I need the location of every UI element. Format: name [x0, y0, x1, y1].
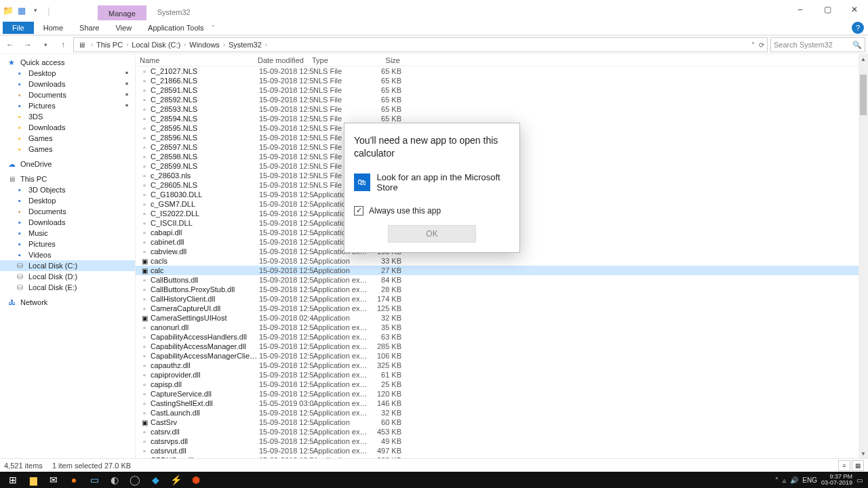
- col-name[interactable]: Name: [140, 56, 258, 64]
- address-bar[interactable]: 🖥 › This PC › Local Disk (C:) › Windows …: [73, 37, 768, 52]
- file-row[interactable]: ▫CallHistoryClient.dll15-09-2018 12:58 .…: [136, 294, 868, 304]
- sidebar-item[interactable]: ▪Pictures✦: [0, 100, 135, 111]
- always-use-row[interactable]: ✓ Always use this app: [354, 206, 510, 216]
- start-button[interactable]: ⊞: [3, 472, 23, 488]
- taskbar-explorer-icon[interactable]: ▆: [23, 472, 43, 488]
- sidebar-thispc[interactable]: 🖥 This PC: [0, 174, 135, 184]
- file-row[interactable]: ▣cacls15-09-2018 12:58 ...Application33 …: [136, 256, 868, 266]
- refresh-icon[interactable]: ⟳: [759, 41, 764, 49]
- file-row[interactable]: ▫CallButtons.ProxyStub.dll15-09-2018 12:…: [136, 285, 868, 294]
- context-tab-manage[interactable]: Manage: [98, 5, 146, 20]
- tray-lang[interactable]: ENG: [802, 476, 817, 484]
- sidebar-item[interactable]: ▪3DS: [0, 111, 135, 122]
- taskbar-notes-icon[interactable]: ▭: [84, 472, 104, 488]
- file-row[interactable]: ▫C_21027.NLS15-09-2018 12:58 ...NLS File…: [136, 66, 868, 76]
- file-row[interactable]: ▫capisp.dll15-09-2018 12:58 ...Applicati…: [136, 380, 868, 389]
- col-type[interactable]: Type: [312, 56, 366, 64]
- nav-back-button[interactable]: ←: [3, 37, 18, 52]
- file-row[interactable]: ▫CastingShellExt.dll15-05-2019 03:03 ...…: [136, 399, 868, 408]
- file-row[interactable]: ▣CameraSettingsUIHost15-09-2018 02:41 ..…: [136, 313, 868, 323]
- col-size[interactable]: Size: [366, 56, 400, 64]
- file-row[interactable]: ▫canonurl.dll15-09-2018 12:58 ...Applica…: [136, 323, 868, 332]
- sidebar-item[interactable]: ▪Documents: [0, 206, 135, 217]
- file-row[interactable]: ▣calc15-09-2018 12:58 ...Application27 K…: [136, 266, 868, 275]
- help-icon[interactable]: ?: [852, 22, 864, 34]
- properties-icon[interactable]: ▦: [16, 5, 27, 16]
- view-large-icon[interactable]: ▦: [852, 460, 864, 471]
- sidebar-item[interactable]: ▪Music: [0, 228, 135, 239]
- file-row[interactable]: ▫C_21866.NLS15-09-2018 12:58 ...NLS File…: [136, 76, 868, 85]
- sidebar-item[interactable]: ▪3D Objects: [0, 184, 135, 195]
- ribbon-tab-view[interactable]: View: [107, 22, 140, 34]
- scroll-down-icon[interactable]: ▼: [859, 449, 868, 458]
- sidebar-item[interactable]: ⛁Local Disk (C:): [0, 260, 135, 271]
- file-row[interactable]: ▫catsrv.dll15-09-2018 12:58 ...Applicati…: [136, 427, 868, 436]
- file-row[interactable]: ▫C_28592.NLS15-09-2018 12:58 ...NLS File…: [136, 95, 868, 104]
- tray-network-icon[interactable]: ▵: [783, 476, 786, 484]
- sidebar-quick-access[interactable]: ★ Quick access: [0, 57, 135, 68]
- file-row[interactable]: ▫CameraCaptureUI.dll15-09-2018 12:58 ...…: [136, 304, 868, 313]
- ribbon-tab-home[interactable]: Home: [35, 22, 71, 34]
- file-row[interactable]: ▫C_28593.NLS15-09-2018 12:58 ...NLS File…: [136, 104, 868, 114]
- scrollbar[interactable]: ▲ ▼: [859, 54, 868, 458]
- crumb-thispc[interactable]: This PC: [95, 41, 124, 49]
- sidebar-item[interactable]: ▪Pictures: [0, 239, 135, 249]
- file-row[interactable]: ▣CastSrv15-09-2018 12:59 ...Application6…: [136, 418, 868, 427]
- file-row[interactable]: ▫C_28594.NLS15-09-2018 12:58 ...NLS File…: [136, 114, 868, 123]
- sidebar-item[interactable]: ▪Downloads: [0, 217, 135, 228]
- ok-button[interactable]: OK: [388, 225, 476, 243]
- col-date[interactable]: Date modified: [258, 56, 312, 64]
- taskbar-telegram-icon[interactable]: ◆: [145, 472, 165, 488]
- search-input[interactable]: Search System32 🔍: [770, 37, 865, 52]
- tray-notifications-icon[interactable]: ▭: [856, 476, 863, 484]
- sidebar-item[interactable]: ⛁Local Disk (D:): [0, 271, 135, 282]
- crumb-system32[interactable]: System32: [227, 41, 263, 49]
- file-row[interactable]: ▫CapabilityAccessManager.dll15-09-2018 1…: [136, 342, 868, 351]
- sidebar-onedrive[interactable]: ☁ OneDrive: [0, 159, 135, 169]
- sidebar-item[interactable]: ▪Videos: [0, 249, 135, 260]
- nav-recent-icon[interactable]: ▾: [38, 37, 53, 52]
- sidebar-item[interactable]: ▪Desktop✦: [0, 68, 135, 79]
- view-details-icon[interactable]: ≡: [838, 460, 850, 471]
- tray-clock[interactable]: 9:37 PM 03-07-2019: [821, 474, 852, 486]
- taskbar-app-icon[interactable]: ◯: [125, 472, 145, 488]
- sidebar-item[interactable]: ▪Games: [0, 144, 135, 155]
- file-row[interactable]: ▫capauthz.dll15-09-2018 12:58 ...Applica…: [136, 361, 868, 370]
- ribbon-tab-file[interactable]: File: [3, 22, 34, 34]
- crumb-windows[interactable]: Windows: [188, 41, 221, 49]
- file-row[interactable]: ▫capiprovider.dll15-09-2018 12:58 ...App…: [136, 370, 868, 380]
- maximize-button[interactable]: ▢: [814, 0, 841, 19]
- file-row[interactable]: ▫C_28591.NLS15-09-2018 12:58 ...NLS File…: [136, 85, 868, 95]
- qat-dropdown-icon[interactable]: ▾: [30, 5, 41, 16]
- checkbox-checked-icon[interactable]: ✓: [354, 206, 363, 216]
- file-row[interactable]: ▫CaptureService.dll15-09-2018 12:58 ...A…: [136, 389, 868, 399]
- nav-forward-button[interactable]: →: [20, 37, 35, 52]
- sidebar-item[interactable]: ▪Games: [0, 133, 135, 144]
- address-dropdown-icon[interactable]: ˅: [751, 41, 755, 49]
- crumb-c[interactable]: Local Disk (C:): [130, 41, 182, 49]
- scroll-up-icon[interactable]: ▲: [859, 54, 868, 64]
- sidebar-network[interactable]: 🖧 Network: [0, 297, 135, 308]
- ribbon-collapse-icon[interactable]: ˅: [212, 24, 215, 31]
- file-row[interactable]: ▫CastLaunch.dll15-09-2018 12:58 ...Appli…: [136, 408, 868, 418]
- taskbar-mail-icon[interactable]: ✉: [43, 472, 64, 488]
- sidebar-item[interactable]: ⛁Local Disk (E:): [0, 282, 135, 293]
- sidebar-item[interactable]: ▪Downloads✦: [0, 79, 135, 89]
- file-row[interactable]: ▫CapabilityAccessManagerClient.dll15-09-…: [136, 351, 868, 361]
- scroll-thumb[interactable]: [860, 75, 867, 115]
- taskbar-app-icon[interactable]: ⚡: [165, 472, 186, 488]
- sidebar-item[interactable]: ▪Downloads: [0, 122, 135, 133]
- file-row[interactable]: ▫CapabilityAccessHandlers.dll15-09-2018 …: [136, 332, 868, 342]
- tray-volume-icon[interactable]: 🔊: [790, 476, 798, 484]
- taskbar-app-icon[interactable]: ◐: [104, 472, 125, 488]
- nav-up-button[interactable]: ↑: [56, 37, 71, 52]
- minimize-button[interactable]: –: [787, 0, 814, 19]
- ribbon-tab-share[interactable]: Share: [71, 22, 107, 34]
- sidebar-item[interactable]: ▪Documents✦: [0, 89, 135, 100]
- taskbar-brave-icon[interactable]: ⬢: [186, 472, 206, 488]
- file-row[interactable]: ▫CallButtons.dll15-09-2018 12:58 ...Appl…: [136, 275, 868, 285]
- taskbar-firefox-icon[interactable]: ●: [64, 472, 84, 488]
- sidebar-item[interactable]: ▪Desktop: [0, 195, 135, 206]
- store-option[interactable]: 🛍 Look for an app in the Microsoft Store: [354, 169, 510, 201]
- ribbon-tab-apptools[interactable]: Application Tools: [140, 22, 212, 34]
